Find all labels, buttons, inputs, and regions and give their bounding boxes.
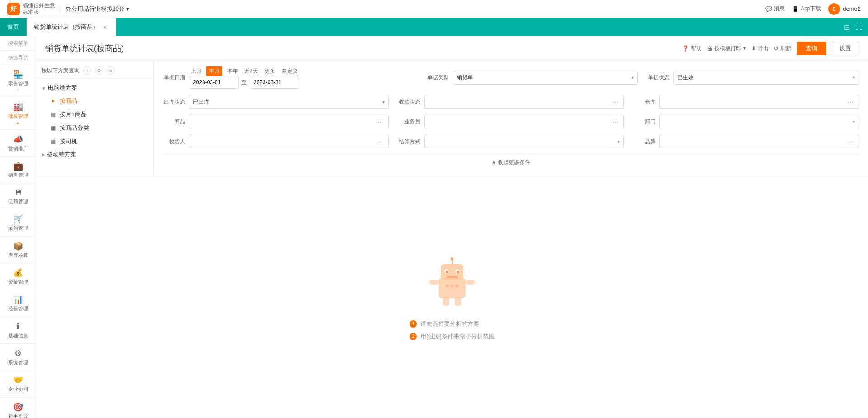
tab-actions: ⊟ ⛶: [842, 18, 868, 36]
collapse-bar[interactable]: ∧ 收起更多条件: [163, 155, 859, 170]
staff-label: 业务员: [398, 118, 420, 126]
app-selector[interactable]: 办公用品行业模拟账套 ▾: [60, 5, 129, 13]
scheme-header: 按以下方案查询 + ⚙ «: [36, 65, 153, 79]
status-value: 已生效: [677, 74, 693, 81]
product-ellipsis-icon[interactable]: ···: [376, 118, 385, 125]
scheme-item-by-product[interactable]: ● 按商品: [36, 94, 153, 108]
tab-stats[interactable]: 销货单统计表（按商品） ✕: [27, 18, 116, 36]
svg-point-8: [451, 257, 453, 260]
scheme-item-by-cashier[interactable]: ▦ 按司机: [36, 135, 153, 148]
page-header: 销货单统计表(按商品) ❓ 帮助 🖨 按模板打印 ▾ ⬇ 导出: [36, 36, 868, 60]
guide-icon: 🎯: [13, 402, 23, 412]
dept-select[interactable]: ▾: [659, 115, 859, 128]
date-from-input[interactable]: [189, 76, 239, 89]
query-button[interactable]: 查询: [797, 42, 826, 55]
settlement-label: 结算方式: [398, 138, 420, 146]
sidebar-item-business[interactable]: 📊 经营管理: [0, 290, 36, 317]
warehouse-value: 已出库: [193, 98, 209, 106]
filter-receiver-item: 收货人 ···: [163, 135, 389, 148]
ecommerce-icon: 🖥: [14, 188, 22, 197]
brand-ellipsis-icon[interactable]: ···: [846, 138, 855, 145]
sidebar-item-guide[interactable]: 🎯 新手引导: [0, 398, 36, 418]
tab-bar: 首页 销货单统计表（按商品） ✕ ⊟ ⛶: [0, 18, 868, 36]
date-to-input[interactable]: [250, 76, 299, 89]
sidebar-item-corp[interactable]: 🤝 企业协同: [0, 370, 36, 397]
settings-button[interactable]: 设置: [832, 42, 859, 55]
message-action[interactable]: 💬 消息: [765, 5, 785, 13]
filter-row-1: 单据日期 上月 本月 本年 近7天 更多 自定义: [163, 66, 859, 89]
settlement-select[interactable]: ▾: [424, 135, 624, 148]
scheme-item-by-category[interactable]: ▦ 按商品分类: [36, 121, 153, 135]
print-template-btn[interactable]: 🖨 按模板打印 ▾: [707, 45, 746, 52]
receiver-input[interactable]: ···: [189, 135, 389, 148]
payment-status-select[interactable]: ···: [424, 95, 624, 109]
staff-ellipsis-icon[interactable]: ···: [611, 118, 620, 125]
step-2-num: 2: [410, 333, 417, 340]
date-more[interactable]: 更多: [263, 66, 277, 76]
receiver-ellipsis-icon[interactable]: ···: [376, 138, 385, 145]
date-this-month[interactable]: 本月: [206, 66, 222, 76]
sidebar-item-marketing[interactable]: 📣 营销推广: [0, 130, 36, 157]
date-this-year[interactable]: 本年: [225, 66, 240, 76]
date-last-month[interactable]: 上月: [189, 66, 203, 76]
warehouse-dropdown-icon: ▾: [382, 100, 385, 104]
refresh-btn[interactable]: ↺ 刷新: [774, 45, 791, 52]
scheme-settings-icon[interactable]: ⚙: [95, 66, 103, 75]
sidebar-search-menu[interactable]: 搜索菜单: [0, 36, 36, 51]
sidebar-item-system[interactable]: ⚙ 系统管理: [0, 344, 36, 370]
sidebar-item-basic[interactable]: ℹ 基础信息: [0, 317, 36, 344]
svg-rect-10: [466, 280, 475, 285]
date-custom[interactable]: 自定义: [280, 66, 300, 76]
sidebar-item-purchase[interactable]: 🛒 采购管理: [0, 209, 36, 236]
sidebar-item-sales[interactable]: 💼 销售管理: [0, 157, 36, 183]
app-download-action[interactable]: 📱 App下载: [792, 5, 821, 13]
tab-minimize-icon[interactable]: ⊟: [842, 21, 852, 33]
home-tab-label: 首页: [7, 23, 19, 31]
scheme-group-pc-header[interactable]: ▼ 电脑端方案: [36, 82, 153, 94]
logo-icon: 好: [7, 3, 20, 15]
sidebar-item-retail[interactable]: 🏪 零售管理 ▾: [0, 65, 36, 97]
sidebar-item-wholesale[interactable]: 🏭 批发管理 ▴: [0, 97, 36, 129]
scheme-collapse-icon[interactable]: «: [107, 66, 115, 75]
warehouse-select[interactable]: 已出库 ▾: [189, 95, 389, 109]
brand-input[interactable]: ···: [659, 135, 859, 148]
filter-payment-status-item: 收款状态 ···: [398, 95, 624, 109]
svg-rect-12: [455, 297, 461, 306]
brand-label: 品牌: [633, 138, 656, 146]
page-title: 销货单统计表(按商品): [45, 43, 124, 54]
refresh-icon: ↺: [774, 45, 778, 52]
tab-home[interactable]: 首页: [0, 18, 27, 36]
sidebar-quick-nav[interactable]: 快捷导航: [0, 51, 36, 65]
type-label: 单据类型: [426, 74, 449, 81]
type-select[interactable]: 销货单 ▾: [453, 71, 638, 85]
product-input[interactable]: ···: [189, 115, 389, 128]
finance-icon: 💰: [13, 268, 23, 278]
system-icon: ⚙: [14, 348, 22, 358]
export-btn[interactable]: ⬇ 导出: [751, 45, 769, 52]
sales-icon: 💼: [13, 161, 23, 171]
tab-close-icon[interactable]: ✕: [101, 24, 108, 31]
sidebar-item-finance[interactable]: 💰 资金管理: [0, 263, 36, 290]
marketing-icon: 📣: [13, 134, 23, 144]
type-dropdown-icon: ▾: [632, 75, 634, 80]
status-select[interactable]: 已生效 ▾: [673, 71, 859, 85]
payment-ellipsis-icon[interactable]: ···: [611, 98, 620, 105]
group-arrow-icon: ▼: [42, 86, 46, 91]
message-icon: 💬: [765, 6, 772, 12]
download-icon: 📱: [792, 6, 799, 12]
storage-input[interactable]: ···: [659, 95, 859, 109]
scheme-add-icon[interactable]: +: [83, 66, 91, 75]
svg-point-4: [446, 271, 448, 273]
scheme-item-by-month-product[interactable]: ▦ 按月+商品: [36, 108, 153, 121]
sidebar-item-inventory[interactable]: 📦 库存核算: [0, 237, 36, 263]
sidebar-item-ecommerce[interactable]: 🖥 电商管理: [0, 183, 36, 209]
orange-circle-icon: ●: [49, 98, 57, 104]
print-icon: 🖨: [707, 45, 712, 52]
scheme-group-mobile-header[interactable]: ▶ 移动端方案: [36, 148, 153, 160]
tab-expand-icon[interactable]: ⛶: [854, 21, 864, 33]
date-last-7days[interactable]: 近7天: [242, 66, 260, 76]
user-area[interactable]: E demo2: [828, 3, 861, 15]
help-btn[interactable]: ❓ 帮助: [682, 45, 702, 52]
filter-row-3: 商品 ··· 业务员 ···: [163, 115, 859, 128]
staff-input[interactable]: ···: [424, 115, 624, 128]
